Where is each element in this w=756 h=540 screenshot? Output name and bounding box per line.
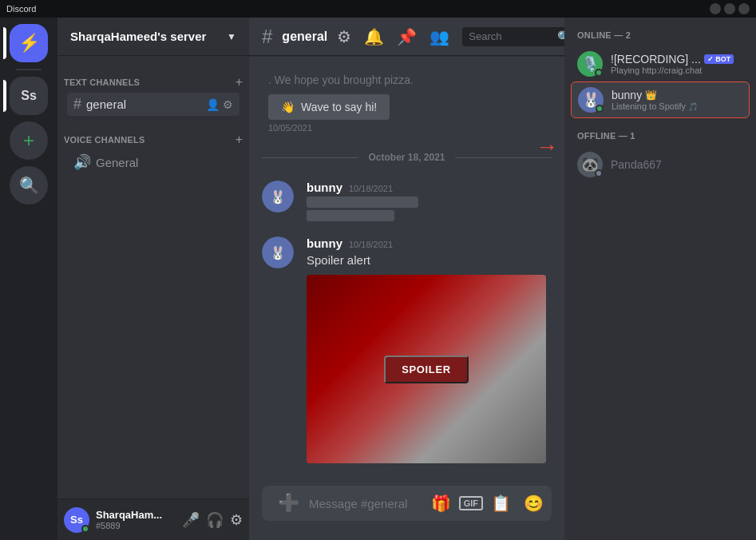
app-wrapper: Discord — □ ✕ ⚡ Ss + 🔍: [0, 0, 756, 540]
current-user-name: SharqaHam...: [96, 509, 176, 521]
message-input-box: ➕ Message #general 🎁 GIF 📋 😊: [262, 486, 552, 521]
sticker-button[interactable]: 📋: [486, 490, 516, 516]
message-input-actions: 🎁 GIF 📋 😊: [426, 490, 548, 516]
user-avatar-initials: Ss: [70, 514, 83, 526]
system-message: . We hope you brought pizza. 👋 Wave to s…: [249, 69, 564, 136]
text-category-header[interactable]: TEXT CHANNELS +: [64, 75, 243, 89]
spotify-icon: 🎵: [688, 102, 698, 111]
notification-bell-icon[interactable]: 🔔: [364, 27, 384, 46]
bot-badge: ✓ BOT: [704, 54, 734, 64]
current-user-tag: #5889: [96, 521, 176, 530]
threads-icon[interactable]: ⚙: [337, 27, 351, 46]
microphone-button[interactable]: 🎤: [182, 511, 200, 529]
wave-emoji: 👋: [281, 101, 295, 113]
member-name-bunny: bunny 👑: [612, 89, 742, 101]
spoiler-container[interactable]: SPOILER: [307, 275, 546, 463]
member-info-recording: ![RECORDING] ... ✓ BOT Playing http://cr…: [611, 53, 743, 75]
text-category-label: TEXT CHANNELS: [64, 77, 140, 87]
headphones-button[interactable]: 🎧: [206, 511, 224, 529]
main-app: ⚡ Ss + 🔍 SharqaHameed's server ▼: [0, 18, 756, 540]
minimize-button[interactable]: —: [710, 3, 721, 14]
member-info-bunny: bunny 👑 Listening to Spotify 🎵: [612, 89, 742, 111]
emoji-button[interactable]: 😊: [519, 490, 548, 516]
add-content-button[interactable]: ➕: [275, 490, 303, 517]
member-item-bunny[interactable]: 🐰 bunny 👑 Listening to Spotify 🎵: [571, 81, 750, 118]
voice-channels-category: VOICE CHANNELS + 🔊 General: [57, 120, 249, 178]
user-server-icon[interactable]: Ss: [10, 77, 48, 115]
server-header[interactable]: SharqaHameed's server ▼: [57, 18, 249, 56]
spoiler-alert-text: Spoiler alert: [307, 252, 552, 268]
channel-name-general: general: [86, 97, 206, 111]
voice-category-label: VOICE CHANNELS: [64, 135, 144, 145]
wave-container: 👋 Wave to say hi!: [262, 91, 552, 120]
discord-logo: ⚡: [18, 33, 40, 54]
message-header-bunny-2: bunny 10/18/2021: [307, 236, 552, 250]
channel-item-general[interactable]: # general 👤 ⚙: [67, 93, 239, 116]
user-avatar: Ss: [64, 507, 89, 533]
author-bunny-1[interactable]: bunny: [307, 181, 342, 194]
voice-category-header[interactable]: VOICE CHANNELS +: [64, 133, 243, 147]
server-active-indicator: [3, 80, 6, 112]
message-content-bunny-1: bunny 10/18/2021: [307, 181, 552, 224]
message-content-bunny-2: bunny 10/18/2021 Spoiler alert SPOILER: [307, 236, 552, 463]
app-title: Discord: [6, 4, 36, 14]
titlebar: Discord — □ ✕: [0, 0, 756, 18]
messages-area[interactable]: . We hope you brought pizza. 👋 Wave to s…: [249, 56, 564, 486]
close-button[interactable]: ✕: [738, 3, 750, 14]
spoiler-reveal-button[interactable]: SPOILER: [384, 355, 469, 383]
maximize-button[interactable]: □: [724, 3, 735, 14]
header-actions: ⚙ 🔔 📌 👥 Search 🔍 📥 ?: [337, 27, 564, 46]
discord-home-button[interactable]: ⚡: [10, 24, 48, 62]
gift-button[interactable]: 🎁: [426, 490, 456, 516]
pin-icon[interactable]: 📌: [397, 27, 417, 46]
system-message-text: . We hope you brought pizza.: [262, 73, 414, 86]
server-list: ⚡ Ss + 🔍: [0, 18, 57, 540]
user-settings-button[interactable]: ⚙: [230, 511, 243, 529]
voice-channel-name: General: [96, 156, 233, 169]
compass-icon: 🔍: [19, 176, 39, 195]
message-input-field[interactable]: Message #general: [306, 488, 423, 519]
author-bunny-2[interactable]: bunny: [307, 236, 342, 250]
divider-line-right: [455, 157, 552, 158]
member-item-panda[interactable]: 🐼 Panda667: [571, 147, 750, 182]
channel-hash-icon: #: [262, 26, 272, 48]
gif-button[interactable]: GIF: [459, 496, 483, 510]
main-content: # general ⚙ 🔔 📌 👥 Search 🔍 📥 ?: [249, 18, 564, 540]
user-info: SharqaHam... #5889: [96, 509, 176, 530]
channel-header-name: general: [282, 30, 327, 44]
redacted-bar-2: [307, 210, 394, 221]
member-item-recording[interactable]: 🎙️ ![RECORDING] ... ✓ BOT Playing http:/…: [571, 46, 750, 81]
text-channels-category: TEXT CHANNELS + # general 👤 ⚙: [57, 62, 249, 120]
message-row: . We hope you brought pizza.: [262, 72, 552, 88]
add-voice-channel-button[interactable]: +: [236, 133, 243, 147]
plus-icon: +: [23, 129, 34, 152]
message-input-placeholder: Message #general: [309, 497, 407, 510]
crown-icon: 👑: [645, 89, 657, 101]
explore-button[interactable]: 🔍: [10, 166, 48, 204]
bunny-avatar-1: 🐰: [262, 181, 294, 212]
members-icon[interactable]: 👥: [429, 27, 449, 46]
hash-icon: #: [73, 96, 81, 113]
add-text-channel-button[interactable]: +: [236, 75, 243, 89]
channel-list: TEXT CHANNELS + # general 👤 ⚙ VOIC: [57, 56, 249, 498]
user-panel: Ss SharqaHam... #5889 🎤 🎧 ⚙: [57, 498, 249, 540]
bunny-avatar-2: 🐰: [262, 236, 294, 268]
chevron-down-icon: ▼: [227, 31, 236, 42]
add-server-button[interactable]: +: [10, 121, 48, 160]
message-header-bunny-1: bunny 10/18/2021: [307, 181, 552, 194]
invite-icon[interactable]: 👤: [206, 98, 220, 111]
search-bar[interactable]: Search 🔍: [462, 27, 564, 46]
window-controls: — □ ✕: [710, 3, 750, 14]
member-avatar-recording: 🎙️: [577, 51, 603, 77]
channel-sidebar: SharqaHameed's server ▼ TEXT CHANNELS + …: [57, 18, 249, 540]
message-row-bunny-1: 🐰 bunny 10/18/2021: [262, 179, 552, 225]
wave-button[interactable]: 👋 Wave to say hi!: [268, 94, 390, 120]
online-members-section: ONLINE — 2 🎙️ ![RECORDING] ... ✓ BOT: [571, 30, 750, 118]
member-avatar-bunny: 🐰: [578, 87, 604, 113]
offline-members-section: OFFLINE — 1 🐼 Panda667: [571, 131, 750, 182]
settings-icon[interactable]: ⚙: [223, 98, 233, 111]
member-offline-dot: [595, 169, 603, 177]
channel-item-general-voice[interactable]: 🔊 General: [67, 150, 239, 174]
member-bunny-online-dot: [596, 105, 604, 113]
divider-line-left: [262, 157, 358, 158]
